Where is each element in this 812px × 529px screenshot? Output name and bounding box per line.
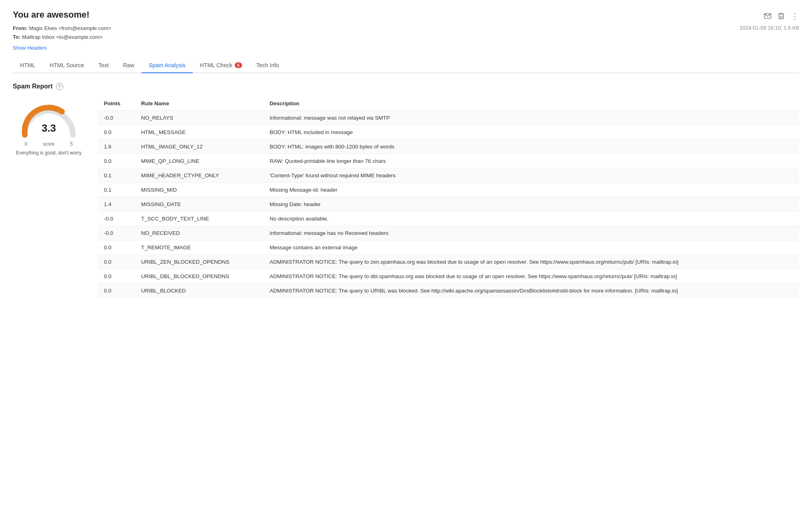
gauge-min: 0 — [25, 141, 28, 147]
email-date-size: 2024-01-09 16:10, 1.6 KB — [740, 25, 799, 31]
cell-rule: T_REMOTE_IMAGE — [135, 240, 263, 255]
tab-raw[interactable]: Raw — [116, 58, 142, 73]
from-label: From: — [13, 25, 28, 31]
tab-html[interactable]: HTML — [13, 58, 42, 73]
cell-description: No description available. — [263, 212, 799, 226]
tab-bar: HTMLHTML SourceTextRawSpam AnalysisHTML … — [13, 58, 799, 73]
compose-icon[interactable] — [764, 12, 772, 20]
col-desc: Description — [263, 96, 799, 111]
table-row: 0.0MIME_QP_LONG_LINERAW: Quoted-printabl… — [98, 154, 799, 168]
cell-description: Informational: message was not relayed v… — [263, 111, 799, 125]
cell-points: 0.0 — [98, 255, 135, 269]
cell-rule: URIBL_DBL_BLOCKED_OPENDNS — [135, 269, 263, 284]
cell-description: 'Content-Type' found without required MI… — [263, 168, 799, 183]
cell-points: 0.0 — [98, 240, 135, 255]
col-rule: Rule Name — [135, 96, 263, 111]
table-row: 1.4MISSING_DATEMissing Date: header — [98, 197, 799, 212]
cell-points: 0.1 — [98, 168, 135, 183]
table-row: 0.1MIME_HEADER_CTYPE_ONLY'Content-Type' … — [98, 168, 799, 183]
email-title: You are awesome! — [13, 10, 111, 20]
table-row: 0.1MISSING_MIDMissing Message-Id: header — [98, 183, 799, 197]
spam-report-title: Spam Report — [13, 83, 53, 90]
show-headers-link[interactable]: Show Headers — [13, 45, 47, 51]
cell-rule: MIME_QP_LONG_LINE — [135, 154, 263, 168]
col-points: Points — [98, 96, 135, 111]
tab-html-check[interactable]: HTML Check6 — [193, 58, 249, 73]
gauge-scale: 0 score 5 — [25, 141, 73, 147]
cell-description: ADMINISTRATOR NOTICE: The query to zen.s… — [263, 255, 799, 269]
to-label: To: — [13, 34, 20, 40]
cell-description: Missing Message-Id: header — [263, 183, 799, 197]
tab-html-source[interactable]: HTML Source — [42, 58, 91, 73]
table-row: 0.0T_REMOTE_IMAGEMessage contains an ext… — [98, 240, 799, 255]
help-icon[interactable]: ? — [56, 83, 63, 90]
cell-description: Message contains an external image — [263, 240, 799, 255]
cell-rule: HTML_IMAGE_ONLY_12 — [135, 140, 263, 154]
gauge-score-label: score — [43, 141, 54, 147]
cell-points: 0.0 — [98, 269, 135, 284]
content-area: 3.3 0 score 5 Everything is good, don't … — [13, 96, 799, 298]
tab-badge-html-check: 6 — [235, 62, 242, 68]
more-options-icon[interactable]: ⋮ — [791, 11, 799, 21]
spam-table: Points Rule Name Description -0.0NO_RELA… — [98, 96, 799, 298]
cell-description: BODY: HTML: images with 800-1200 bytes o… — [263, 140, 799, 154]
cell-rule: HTML_MESSAGE — [135, 125, 263, 140]
gauge-chart: 3.3 — [19, 103, 79, 139]
cell-description: BODY: HTML included in message — [263, 125, 799, 140]
gauge-max: 5 — [70, 141, 73, 147]
table-row: 0.0URIBL_ZEN_BLOCKED_OPENDNSADMINISTRATO… — [98, 255, 799, 269]
cell-points: 1.6 — [98, 140, 135, 154]
cell-rule: URIBL_ZEN_BLOCKED_OPENDNS — [135, 255, 263, 269]
cell-description: Informational: message has no Received h… — [263, 226, 799, 240]
cell-points: -0.0 — [98, 212, 135, 226]
table-row: 0.0URIBL_BLOCKEDADMINISTRATOR NOTICE: Th… — [98, 284, 799, 298]
cell-rule: MISSING_DATE — [135, 197, 263, 212]
cell-points: 0.1 — [98, 183, 135, 197]
tab-text[interactable]: Text — [91, 58, 116, 73]
tab-spam-analysis[interactable]: Spam Analysis — [142, 58, 193, 73]
cell-rule: MIME_HEADER_CTYPE_ONLY — [135, 168, 263, 183]
gauge-container: 3.3 0 score 5 Everything is good, don't … — [13, 96, 85, 163]
cell-description: RAW: Quoted-printable line longer than 7… — [263, 154, 799, 168]
from-value: Magic Elves <from@example.com> — [29, 25, 111, 31]
delete-icon[interactable] — [777, 12, 785, 20]
table-row: -0.0NO_RELAYSInformational: message was … — [98, 111, 799, 125]
table-row: -0.0T_SCC_BODY_TEXT_LINENo description a… — [98, 212, 799, 226]
cell-points: 0.0 — [98, 154, 135, 168]
cell-points: 0.0 — [98, 125, 135, 140]
cell-rule: NO_RECEIVED — [135, 226, 263, 240]
cell-rule: T_SCC_BODY_TEXT_LINE — [135, 212, 263, 226]
cell-points: -0.0 — [98, 226, 135, 240]
cell-description: ADMINISTRATOR NOTICE: The query to URIBL… — [263, 284, 799, 298]
to-value: Mailtrap Inbox <to@example.com> — [22, 34, 103, 40]
table-row: 1.6HTML_IMAGE_ONLY_12BODY: HTML: images … — [98, 140, 799, 154]
cell-description: Missing Date: header — [263, 197, 799, 212]
cell-points: 0.0 — [98, 284, 135, 298]
cell-rule: NO_RELAYS — [135, 111, 263, 125]
cell-rule: URIBL_BLOCKED — [135, 284, 263, 298]
cell-points: 1.4 — [98, 197, 135, 212]
cell-points: -0.0 — [98, 111, 135, 125]
table-row: 0.0URIBL_DBL_BLOCKED_OPENDNSADMINISTRATO… — [98, 269, 799, 284]
table-row: 0.0HTML_MESSAGEBODY: HTML included in me… — [98, 125, 799, 140]
cell-description: ADMINISTRATOR NOTICE: The query to dbl.s… — [263, 269, 799, 284]
table-row: -0.0NO_RECEIVEDInformational: message ha… — [98, 226, 799, 240]
svg-text:3.3: 3.3 — [42, 122, 56, 134]
gauge-description: Everything is good, don't worry — [16, 149, 82, 156]
tab-tech-info[interactable]: Tech Info — [249, 58, 286, 73]
cell-rule: MISSING_MID — [135, 183, 263, 197]
